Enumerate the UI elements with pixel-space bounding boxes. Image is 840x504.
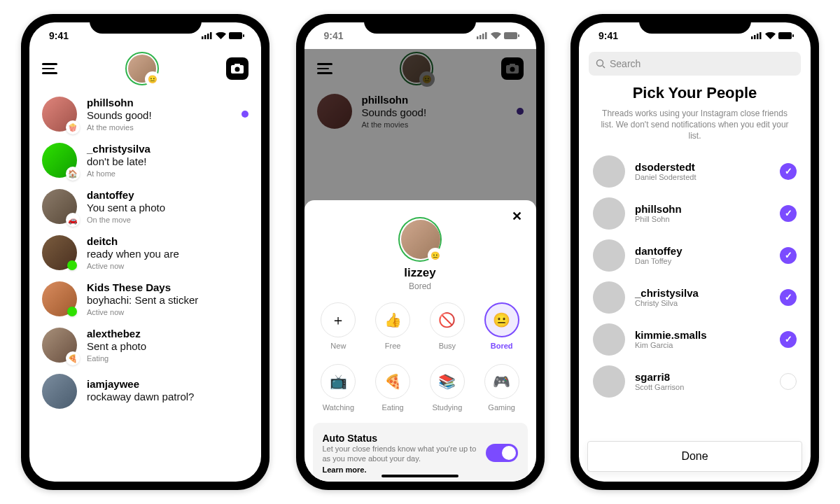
check-circle[interactable]: ✓ — [780, 247, 797, 264]
chat-username: phillsohn — [87, 97, 232, 109]
home-indicator[interactable] — [382, 475, 458, 477]
status-option[interactable]: 📚Studying — [430, 364, 465, 412]
status-row-1: ＋New👍Free🚫Busy😐Bored — [304, 291, 536, 353]
chat-avatar: 🚗 — [42, 189, 77, 224]
status-badge: 🍿 — [66, 120, 80, 134]
chat-substatus: Active now — [87, 262, 248, 270]
chat-info: dantoffeyYou sent a photoOn the move — [87, 189, 248, 224]
status-option[interactable]: ＋New — [321, 302, 356, 350]
status-circle: ＋ — [321, 302, 356, 337]
chat-row[interactable]: iamjayweerockaway dawn patrol? — [29, 368, 261, 414]
person-avatar — [593, 155, 625, 188]
status-label: New — [330, 342, 346, 350]
picker-title: Pick Your People — [579, 84, 811, 102]
person-row[interactable]: sgarri8Scott Garrison — [579, 360, 811, 402]
check-circle[interactable]: ✓ — [780, 163, 797, 180]
svg-rect-1 — [204, 35, 206, 39]
search-input[interactable]: Search — [589, 52, 801, 76]
check-circle[interactable]: ✓ — [780, 289, 797, 306]
status-option[interactable]: 🍕Eating — [375, 364, 410, 412]
person-info: _christysilvaChristy Silva — [635, 287, 770, 307]
person-avatar — [593, 281, 625, 314]
status-badge: 🍕 — [66, 351, 80, 365]
svg-rect-11 — [482, 34, 484, 39]
status-option[interactable]: 😐Bored — [484, 302, 519, 350]
check-circle[interactable]: ✓ — [780, 331, 797, 348]
camera-button[interactable] — [226, 57, 248, 80]
app-chats: 😐 🍿 phillsohnSounds good!At the movies 🏠… — [29, 49, 261, 482]
svg-point-24 — [597, 60, 603, 66]
profile-avatar[interactable]: 😐 — [125, 52, 159, 85]
app-dimmed: 😐 phillsohnSounds good!At the movies ✕ 😐… — [304, 49, 536, 482]
chat-avatar: 🏠 — [42, 143, 77, 178]
svg-rect-19 — [754, 35, 756, 39]
auto-status-toggle[interactable] — [486, 444, 518, 462]
svg-rect-18 — [751, 36, 753, 39]
person-row[interactable]: dantoffeyDan Toffey ✓ — [579, 234, 811, 276]
person-fullname: Dan Toffey — [635, 257, 770, 265]
svg-rect-22 — [778, 32, 792, 39]
chat-avatar — [42, 374, 77, 409]
status-option[interactable]: 🚫Busy — [430, 302, 465, 350]
auto-status-card: Auto Status Let your close friends know … — [313, 423, 528, 482]
status-circle: 🚫 — [430, 302, 465, 337]
status-label: Studying — [432, 403, 462, 412]
status-option[interactable]: 🎮Gaming — [484, 364, 519, 412]
status-sheet: ✕ 😐 lizzey Bored ＋New👍Free🚫Busy😐Bored 📺W… — [304, 200, 536, 482]
notch — [639, 14, 751, 34]
status-right — [202, 32, 244, 39]
check-circle[interactable] — [780, 373, 797, 390]
status-time: 9:41 — [324, 30, 344, 41]
svg-rect-3 — [210, 32, 212, 39]
svg-rect-13 — [504, 32, 517, 39]
chat-list[interactable]: 🍿 phillsohnSounds good!At the movies 🏠 _… — [29, 88, 261, 417]
chat-row[interactable]: 🍿 phillsohnSounds good!At the movies — [29, 91, 261, 137]
person-avatar — [593, 239, 625, 272]
person-fullname: Daniel Soderstedt — [635, 173, 770, 181]
chat-substatus: At home — [87, 169, 248, 178]
chat-message: Sounds good! — [87, 109, 232, 122]
status-label: Free — [385, 342, 401, 350]
person-username: sgarri8 — [635, 371, 770, 383]
chat-row[interactable]: Kids These Daysboyhachi: Sent a stickerA… — [29, 276, 261, 322]
chat-username: alexthebez — [87, 328, 248, 340]
sheet-username: lizzey — [304, 266, 536, 280]
status-option[interactable]: 👍Free — [375, 302, 410, 350]
person-row[interactable]: dsoderstedtDaniel Soderstedt ✓ — [579, 150, 811, 192]
svg-rect-4 — [229, 32, 242, 39]
svg-rect-14 — [518, 34, 519, 37]
person-row[interactable]: phillsohnPhill Sohn ✓ — [579, 192, 811, 234]
sheet-avatar: 😐 — [398, 217, 442, 262]
chat-avatar: 🍕 — [42, 328, 77, 363]
person-fullname: Phill Sohn — [635, 215, 770, 223]
svg-rect-20 — [757, 34, 759, 39]
active-dot — [67, 260, 77, 270]
person-row[interactable]: kimmie.smallsKim Garcia ✓ — [579, 318, 811, 360]
unread-dot — [241, 111, 248, 118]
wifi-icon — [216, 32, 226, 39]
svg-rect-10 — [479, 35, 482, 39]
chat-message: ready when you are — [87, 248, 248, 260]
chat-username: deitch — [87, 235, 248, 248]
menu-button[interactable] — [42, 63, 57, 74]
chat-avatar — [42, 281, 77, 316]
people-list[interactable]: dsoderstedtDaniel Soderstedt ✓ phillsohn… — [579, 150, 811, 402]
chat-info: phillsohnSounds good!At the movies — [87, 97, 232, 132]
chat-row[interactable]: 🍕 alexthebezSent a photoEating — [29, 322, 261, 368]
signal-icon — [202, 32, 213, 39]
chat-row[interactable]: 🏠 _christysilvadon't be late!At home — [29, 137, 261, 183]
person-row[interactable]: _christysilvaChristy Silva ✓ — [579, 276, 811, 318]
auto-status-learn-more[interactable]: Learn more. — [323, 465, 479, 474]
chat-row[interactable]: 🚗 dantoffeyYou sent a photoOn the move — [29, 183, 261, 230]
check-circle[interactable]: ✓ — [780, 205, 797, 222]
close-button[interactable]: ✕ — [508, 207, 526, 225]
battery-icon — [229, 32, 244, 39]
chat-username: iamjaywee — [87, 378, 248, 391]
auto-status-desc: Let your close friends know what you're … — [323, 444, 479, 464]
status-right — [751, 32, 794, 39]
chat-row[interactable]: deitchready when you areActive now — [29, 230, 261, 276]
active-dot — [67, 307, 77, 316]
person-avatar — [593, 365, 625, 398]
status-option[interactable]: 📺Watching — [321, 364, 356, 412]
done-button[interactable]: Done — [587, 441, 802, 472]
